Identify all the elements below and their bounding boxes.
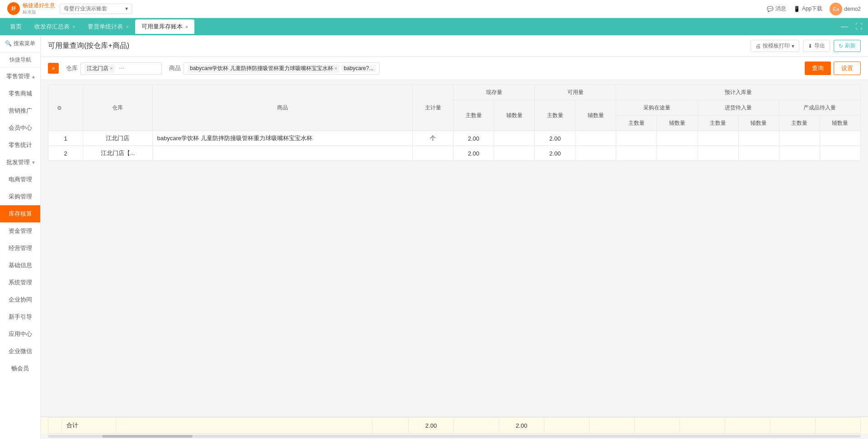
query-btn[interactable]: 查询 <box>805 61 831 75</box>
scroll-thumb[interactable] <box>102 435 193 438</box>
total-avail-aux <box>544 418 590 434</box>
warehouse-tag-close[interactable]: × <box>110 66 113 71</box>
row1-product: babycare学饮杯 儿童防摔防撞吸管杯重力球吸嘴杯宝宝水杯 <box>152 131 412 146</box>
industry-select[interactable]: 母婴行业演示账套 ▾ <box>60 4 132 14</box>
sidebar-inventory-mgmt-label: 库存核算 <box>5 210 36 218</box>
col-prod-main-header: 主数量 <box>779 116 820 131</box>
filter-toggle-btn[interactable]: » <box>48 63 59 74</box>
sidebar-wholesale-mgmt-label: 批发管理 <box>5 158 31 166</box>
print-label: 按模板打印 <box>763 42 790 50</box>
tab-maximize-btn[interactable]: ⛶ <box>854 21 864 33</box>
total-inbound-aux <box>725 418 770 434</box>
sidebar-item-wholesale-mgmt[interactable]: 批发管理 ▼ <box>0 154 40 171</box>
col-purchase-main-header: 主数量 <box>616 116 657 131</box>
sidebar-item-retail-mgmt[interactable]: 零售管理 ▲ <box>0 68 40 85</box>
tab-inventory[interactable]: 可用量库存账本 × <box>135 19 194 34</box>
product-input[interactable]: babycare学饮杯 儿童防摔防撞吸管杯重力球吸嘴杯宝宝水杯 × babyca… <box>184 62 380 75</box>
sidebar-item-new-guide[interactable]: 新手引导 <box>0 308 40 326</box>
user-area[interactable]: Ea demo2 <box>830 3 861 15</box>
col-purchase-aux-header: 辅数量 <box>657 116 698 131</box>
sidebar-item-enterprise[interactable]: 企业协同 <box>0 291 40 308</box>
settings-btn[interactable]: 设置 <box>834 61 861 75</box>
scroll-track[interactable] <box>48 435 861 438</box>
message-btn[interactable]: 💬 消息 <box>767 5 786 13</box>
tab-order-label: 要货单统计表 <box>88 23 123 31</box>
sidebar-item-app-center[interactable]: 应用中心 <box>0 326 40 343</box>
total-prod-main <box>770 418 816 434</box>
double-arrow-icon: » <box>52 65 55 71</box>
page-header: 可用量查询(按仓库+商品) 🖨 按模板打印 ▾ ⬇ 导出 ↻ 刷新 <box>41 35 868 57</box>
tab-order[interactable]: 要货单统计表 × <box>81 19 135 34</box>
sidebar-item-inventory-mgmt[interactable]: 库存核算 <box>0 205 40 222</box>
row1-stock-aux <box>494 131 535 146</box>
tab-inventory-close[interactable]: × <box>185 24 188 29</box>
sidebar-item-member[interactable]: 会员中心 <box>0 119 40 137</box>
industry-select-label: 母婴行业演示账套 <box>64 5 107 13</box>
logo-sub: 标准版 <box>23 9 55 15</box>
tab-order-close[interactable]: × <box>126 24 128 29</box>
sidebar-search[interactable]: 🔍 搜索菜单 <box>0 35 40 52</box>
sidebar-search-label: 搜索菜单 <box>14 40 35 47</box>
user-label: demo2 <box>844 6 861 12</box>
tab-receive[interactable]: 收发存汇总表 × <box>28 19 81 34</box>
sidebar-item-basic-info[interactable]: 基础信息 <box>0 257 40 274</box>
filter-area: » 仓库 江北门店 × ··· 商品 babycare学饮杯 儿童防摔防撞吸管杯… <box>41 57 868 80</box>
tab-receive-close[interactable]: × <box>72 24 75 29</box>
warehouse-input[interactable]: 江北门店 × ··· <box>80 62 162 75</box>
row1-prod-main <box>779 131 820 146</box>
table-footer: 合计 2.00 2.00 <box>41 416 868 434</box>
logo-text: 畅捷通好生意 <box>23 2 55 9</box>
col-inbound-aux-header: 辅数量 <box>738 116 779 131</box>
sidebar-retail-mgmt-label: 零售管理 <box>5 72 31 80</box>
sidebar-item-retail-stats[interactable]: 零售统计 <box>0 137 40 154</box>
content-area: 可用量查询(按仓库+商品) 🖨 按模板打印 ▾ ⬇ 导出 ↻ 刷新 <box>41 35 868 439</box>
col-stock-main-header: 主数量 <box>453 100 494 131</box>
row1-mainunit: 个 <box>412 131 453 146</box>
chevron-up-icon: ▲ <box>31 74 36 79</box>
product-tag-1-close[interactable]: × <box>335 66 337 71</box>
top-bar-left: 好 畅捷通好生意 标准版 母婴行业演示账套 ▾ <box>7 2 132 15</box>
sidebar-app-center-label: 应用中心 <box>5 330 36 338</box>
row1-stock-main: 2.00 <box>453 131 494 146</box>
app-download-btn[interactable]: 📱 App下载 <box>793 5 822 13</box>
search-icon: 🔍 <box>5 40 12 47</box>
product-filter: 商品 babycare学饮杯 儿童防摔防撞吸管杯重力球吸嘴杯宝宝水杯 × bab… <box>169 62 380 75</box>
sidebar-item-marketing[interactable]: 营销推广 <box>0 102 40 119</box>
print-btn[interactable]: 🖨 按模板打印 ▾ <box>750 40 799 52</box>
table-settings-icon[interactable]: ⚙ <box>53 102 66 114</box>
sidebar-enterprise-wechat-label: 企业微信 <box>5 347 36 355</box>
sidebar-item-vip-member[interactable]: 畅会员 <box>0 360 40 377</box>
print-icon: 🖨 <box>755 43 761 49</box>
sidebar-item-purchase-mgmt[interactable]: 采购管理 <box>0 188 40 205</box>
col-mainunit-header: 主计量 <box>412 85 453 131</box>
logo-icon: 好 <box>7 2 20 15</box>
export-btn[interactable]: ⬇ 导出 <box>803 40 830 52</box>
row1-inbound-aux <box>738 131 779 146</box>
export-label: 导出 <box>814 42 825 50</box>
warehouse-dots[interactable]: ··· <box>118 64 124 72</box>
refresh-btn[interactable]: ↻ 刷新 <box>834 40 861 52</box>
page-title: 可用量查询(按仓库+商品) <box>48 41 129 51</box>
row2-prod-aux <box>820 146 860 161</box>
sidebar-item-ecom-mgmt[interactable]: 电商管理 <box>0 171 40 188</box>
sidebar-item-finance-mgmt[interactable]: 资金管理 <box>0 222 40 240</box>
tab-inventory-label: 可用量库存账本 <box>142 23 183 31</box>
sidebar-item-enterprise-wechat[interactable]: 企业微信 <box>0 343 40 360</box>
tab-minimize-btn[interactable]: — <box>839 21 850 33</box>
sidebar-item-ops-mgmt[interactable]: 经营管理 <box>0 240 40 257</box>
tab-home[interactable]: 首页 <box>4 19 28 34</box>
sidebar-item-sys-mgmt[interactable]: 系统管理 <box>0 274 40 291</box>
sidebar-marketing-label: 营销推广 <box>5 107 36 115</box>
col-forecast-header: 预计入库量 <box>616 85 861 100</box>
col-available-header: 可用量 <box>535 85 616 100</box>
total-avail-main: 2.00 <box>499 418 544 434</box>
sidebar-quick-nav[interactable]: 快捷导航 <box>0 52 40 68</box>
avatar: Ea <box>830 3 842 15</box>
col-warehouse-header: 仓库 <box>83 85 152 131</box>
warehouse-tag: 江北门店 × <box>85 64 115 73</box>
sidebar-enterprise-label: 企业协同 <box>5 296 36 304</box>
table-container: ⚙ 仓库 商品 主计量 现存量 可用量 预计入库量 主数量 辅数量 主数量 辅数… <box>41 80 868 416</box>
row2-avail-main: 2.00 <box>535 146 576 161</box>
sidebar-item-retail-shop[interactable]: 零售商城 <box>0 85 40 102</box>
row2-prod-main <box>779 146 820 161</box>
